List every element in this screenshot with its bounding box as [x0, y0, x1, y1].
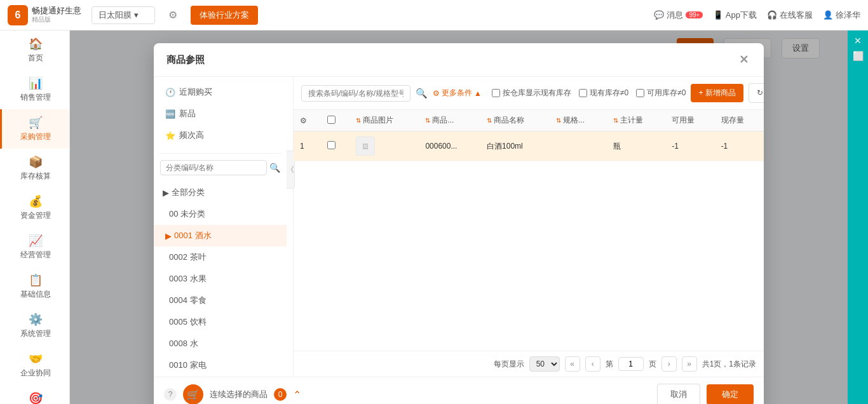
category-unclassified[interactable]: 00 未分类	[154, 203, 287, 225]
expand-button[interactable]: ⌃	[293, 389, 301, 401]
quick-tab-new[interactable]: 🆕 新品	[159, 104, 288, 124]
usable-stock-checkbox[interactable]	[636, 89, 644, 97]
product-search-input[interactable]	[301, 85, 410, 102]
th-settings[interactable]: ⚙	[294, 110, 321, 131]
th-spec[interactable]: ⇅ 规格...	[550, 110, 607, 131]
help-icon[interactable]: ?	[164, 388, 177, 401]
try-button[interactable]: 体验行业方案	[191, 6, 258, 25]
nav-right: 💬 消息 99+ 📱 App下载 🎧 在线客服 👤 徐泽华	[654, 10, 860, 21]
per-page-select[interactable]: 50	[529, 356, 560, 372]
sidebar-item-basic-info[interactable]: 📋 基础信息	[0, 267, 69, 306]
category-tea[interactable]: 0002 茶叶	[154, 246, 287, 268]
cell-seq: 1	[294, 131, 321, 161]
right-panel-expand[interactable]: ⬜	[853, 51, 864, 61]
product-table-container: ⚙ ⇅ 商品图片	[294, 110, 764, 351]
refresh-product-button[interactable]: ↻ 刷新	[749, 83, 764, 103]
system-icon: ⚙️	[29, 313, 43, 327]
page-last-button[interactable]: »	[682, 356, 697, 372]
settings-icon[interactable]: ⚙	[163, 5, 183, 25]
content-area: 查询 ↻ 刷新 设置 商品参照 ✕ 🕐	[70, 30, 848, 404]
category-search-input[interactable]	[160, 160, 267, 175]
add-product-button[interactable]: + 新增商品	[691, 84, 743, 102]
page-number-input[interactable]	[618, 357, 644, 371]
sidebar-item-label: 采购管理	[20, 131, 51, 142]
cell-name: 白酒100ml	[480, 131, 550, 161]
sidebar-item-operations[interactable]: 📈 经营管理	[0, 227, 69, 267]
new-icon: 🆕	[165, 109, 175, 119]
message-icon: 💬	[654, 10, 664, 20]
row-checkbox[interactable]	[327, 141, 336, 149]
app-download-button[interactable]: 📱 App下载	[713, 10, 757, 21]
category-appliance[interactable]: 0010 家电	[154, 354, 287, 376]
sidebar-item-label: 首页	[28, 53, 43, 64]
sidebar-item-enterprise[interactable]: 🤝 企业协同	[0, 346, 69, 385]
headset-icon: 🎧	[767, 10, 777, 20]
select-all-checkbox[interactable]	[327, 116, 336, 124]
warehouse-stock-checkbox[interactable]	[492, 89, 500, 97]
th-name[interactable]: ⇅ 商品名称	[480, 110, 550, 131]
filter-button[interactable]: ⚙ 更多条件 ▲	[433, 88, 482, 98]
category-beverage[interactable]: 0005 饮料	[154, 311, 287, 333]
confirm-button[interactable]: 确定	[707, 384, 754, 404]
arrow-icon: ▶	[163, 188, 169, 198]
sidebar-item-label: 库存核算	[20, 171, 51, 182]
filter-icon: ⚙	[433, 89, 440, 98]
messages-button[interactable]: 💬 消息 99+	[654, 10, 702, 21]
logo-sub: 精品版	[32, 15, 81, 24]
sidebar-item-guide[interactable]: 🎯 新手引导	[0, 385, 69, 404]
category-search-row: 🔍	[154, 156, 287, 179]
sidebar-item-purchase[interactable]: 🛒 采购管理	[0, 109, 69, 149]
category-water[interactable]: 0008 水	[154, 333, 287, 354]
category-liquor[interactable]: ▶ 0001 酒水	[154, 225, 287, 246]
category-fruit[interactable]: 0003 水果	[154, 268, 287, 290]
sidebar-item-stock[interactable]: 📦 库存核算	[0, 149, 69, 188]
quick-tab-frequent[interactable]: ⭐ 频次高	[159, 125, 288, 145]
category-search-icon[interactable]: 🔍	[269, 163, 280, 173]
sidebar-item-label: 系统管理	[20, 328, 51, 339]
toolbar: 🔍 ⚙ 更多条件 ▲ 按仓库显示现有库存	[294, 77, 764, 110]
product-table: ⚙ ⇅ 商品图片	[294, 110, 764, 161]
product-search-icon[interactable]: 🔍	[416, 88, 428, 99]
th-unit[interactable]: ⇅ 主计量	[607, 110, 665, 131]
stock-icon: 📦	[29, 155, 43, 169]
service-button[interactable]: 🎧 在线客服	[767, 10, 813, 21]
page-first-button[interactable]: «	[565, 356, 580, 372]
th-code[interactable]: ⇅ 商品...	[419, 110, 480, 131]
category-all[interactable]: ▶ 全部分类	[154, 182, 287, 203]
quick-tab-recent[interactable]: 🕐 近期购买	[159, 82, 288, 102]
sidebar-item-home[interactable]: 🏠 首页	[0, 30, 69, 70]
table-row[interactable]: 1 🖼	[294, 131, 764, 161]
app-icon: 📱	[713, 10, 723, 20]
sidebar-item-sales[interactable]: 📊 销售管理	[0, 70, 69, 109]
info-icon: 📋	[29, 273, 43, 287]
warehouse-stock-checkbox-label[interactable]: 按仓库显示现有库存	[492, 88, 571, 98]
sort-icon: ⇅	[425, 117, 430, 124]
page-next-button[interactable]: ›	[661, 356, 677, 372]
page-prev-button[interactable]: ‹	[585, 356, 600, 372]
cancel-button[interactable]: 取消	[657, 384, 700, 404]
sidebar-item-finance[interactable]: 💰 资金管理	[0, 188, 69, 227]
category-snack[interactable]: 0004 零食	[154, 290, 287, 311]
avatar: 👤	[823, 10, 833, 20]
modal-close-button[interactable]: ✕	[736, 52, 751, 67]
available-stock-checkbox-label[interactable]: 现有库存≠0	[579, 88, 628, 98]
purchase-icon: 🛒	[29, 116, 43, 130]
cart-button[interactable]: 🛒	[183, 384, 203, 404]
right-panel-close[interactable]: ✕	[854, 36, 862, 46]
user-button[interactable]: 👤 徐泽华	[823, 10, 860, 21]
available-stock-checkbox[interactable]	[579, 89, 587, 97]
cell-stock: -1	[715, 131, 764, 161]
cell-spec	[550, 131, 607, 161]
product-image: 🖼	[356, 137, 375, 156]
cell-checkbox[interactable]	[321, 131, 350, 161]
sort-icon: ⇅	[556, 117, 561, 124]
modal-body: 🕐 近期购买 🆕 新品 ⭐ 频次高	[154, 77, 764, 377]
nav-dropdown[interactable]: 日太阳膜 ▾	[92, 6, 155, 24]
nav-dropdown-label: 日太阳膜	[98, 10, 132, 21]
sales-icon: 📊	[29, 76, 43, 90]
th-image[interactable]: ⇅ 商品图片	[349, 110, 419, 131]
sidebar-item-system[interactable]: ⚙️ 系统管理	[0, 306, 69, 346]
sidebar-item-label: 企业协同	[20, 368, 51, 379]
cart-icon: 🛒	[187, 389, 200, 401]
usable-stock-checkbox-label[interactable]: 可用库存≠0	[636, 88, 686, 98]
